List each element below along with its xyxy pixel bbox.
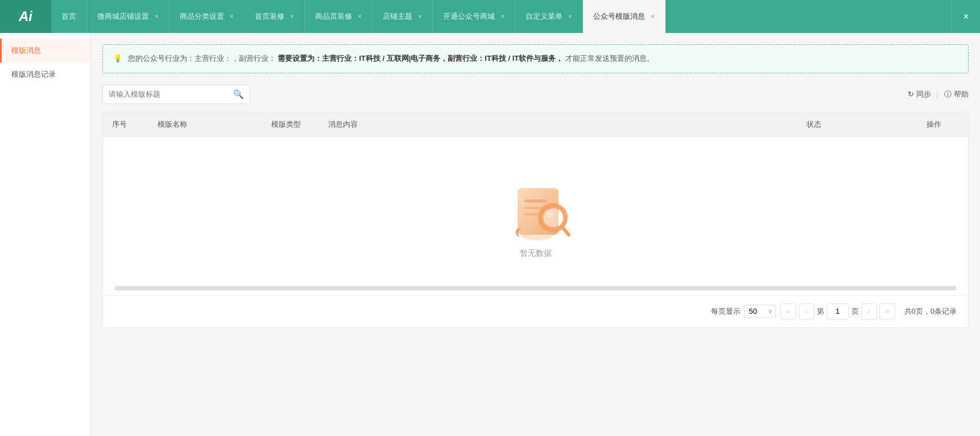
nav-tab-close-icon[interactable]: × (358, 13, 362, 20)
sync-icon: ↻ (908, 90, 914, 98)
content-area: 💡 您的公众号行业为：主营行业：，副营行业： 需要设置为：主营行业：IT科技 /… (91, 33, 980, 436)
svg-line-8 (562, 227, 569, 235)
empty-state: 暂无数据 (103, 137, 968, 281)
col-content: 消息内容 (319, 113, 797, 136)
nav-tab-close-icon[interactable]: × (501, 13, 505, 20)
first-page-button[interactable]: « (780, 304, 796, 319)
nav-tab-label: 开通公众号商城 (443, 11, 495, 22)
search-icon[interactable]: 🔍 (233, 89, 244, 99)
page-suffix: 页 (851, 306, 859, 317)
sidebar: 模版消息模版消息记录 (0, 33, 91, 436)
help-icon: ⓘ (944, 89, 952, 99)
nav-tab-open-wechat-shop[interactable]: 开通公众号商城× (433, 0, 515, 33)
search-bar: 🔍 ↻ 同步 | ⓘ 帮助 (102, 85, 969, 104)
nav-tab-label: 自定义菜单 (526, 11, 563, 22)
nav-tab-homepage-decoration[interactable]: 首页装修× (245, 0, 305, 33)
nav-tab-close-icon[interactable]: × (155, 13, 159, 20)
page-total: 共0页，0条记录 (904, 306, 957, 317)
notice-highlight: 需要设置为：主营行业：IT科技 / 互联网|电子商务，副营行业：IT科技 / I… (278, 54, 563, 63)
scrollbar-row (103, 281, 968, 295)
nav-tab-product-page-decoration[interactable]: 商品页装修× (305, 0, 373, 33)
notice-suffix: 才能正常发送预置的消息。 (565, 54, 654, 63)
col-seq: 序号 (103, 113, 148, 136)
prev-page-button[interactable]: ‹ (799, 304, 814, 319)
svg-point-7 (544, 209, 562, 227)
nav-tab-wechat-shop-settings[interactable]: 微商城店铺设置× (87, 0, 169, 33)
fake-scrollbar[interactable] (114, 286, 957, 290)
sync-button[interactable]: ↻ 同步 (908, 89, 931, 99)
svg-rect-3 (524, 200, 547, 202)
sidebar-item-template-message-record[interactable]: 模版消息记录 (0, 63, 90, 86)
col-action: 操作 (900, 113, 968, 136)
nav-tab-product-category[interactable]: 商品分类设置× (169, 0, 245, 33)
nav-tab-close-icon[interactable]: × (230, 13, 234, 20)
empty-text: 暂无数据 (520, 248, 552, 259)
nav-tab-wechat-template-msg[interactable]: 公众号模版消息× (583, 0, 665, 33)
empty-illustration (502, 171, 570, 239)
nav-tab-label: 公众号模版消息 (593, 11, 645, 22)
nav-tab-label: 首页 (61, 11, 76, 22)
nav-tab-shop-theme[interactable]: 店铺主题× (373, 0, 433, 33)
nav-tab-close-icon[interactable]: × (290, 13, 294, 20)
sidebar-item-template-message[interactable]: 模版消息 (0, 39, 90, 63)
per-page-select: 每页显示 50 10 20 100 (711, 305, 776, 318)
last-page-button[interactable]: » (879, 304, 895, 319)
nav-tab-label: 店铺主题 (383, 11, 412, 22)
app-logo: Ai (0, 0, 51, 33)
close-all-tabs-button[interactable]: × (952, 0, 980, 33)
page-number-input[interactable] (826, 304, 849, 319)
help-label: 帮助 (954, 89, 969, 99)
nav-tab-label: 商品页装修 (315, 11, 352, 22)
per-page-dropdown[interactable]: 50 10 20 100 (744, 305, 776, 318)
top-navigation: Ai 首页微商城店铺设置×商品分类设置×首页装修×商品页装修×店铺主题×开通公众… (0, 0, 980, 33)
per-page-wrap[interactable]: 50 10 20 100 (744, 305, 776, 318)
sync-label: 同步 (916, 89, 931, 99)
table-header: 序号 模版名称 模版类型 消息内容 状态 操作 (103, 113, 968, 137)
col-type: 模版类型 (262, 113, 319, 136)
page-prefix: 第 (817, 306, 824, 317)
nav-tab-close-icon[interactable]: × (418, 13, 422, 20)
next-page-button[interactable]: › (861, 304, 877, 319)
search-input[interactable] (109, 90, 233, 98)
nav-tab-label: 商品分类设置 (180, 11, 224, 22)
actions-divider: | (937, 90, 938, 98)
notice-icon: 💡 (113, 54, 122, 63)
per-page-label: 每页显示 (711, 306, 741, 317)
page-navigation: « ‹ 第 页 › » (780, 304, 895, 319)
nav-tab-label: 微商城店铺设置 (97, 11, 149, 22)
help-button[interactable]: ⓘ 帮助 (944, 89, 969, 99)
nav-tab-home[interactable]: 首页 (51, 0, 87, 33)
notice-prefix: 您的公众号行业为：主营行业：，副营行业： (128, 54, 276, 63)
nav-tab-close-icon[interactable]: × (568, 13, 572, 20)
svg-point-9 (546, 211, 553, 218)
notice-box: 💡 您的公众号行业为：主营行业：，副营行业： 需要设置为：主营行业：IT科技 /… (102, 44, 969, 73)
col-status: 状态 (797, 113, 900, 136)
template-table: 序号 模版名称 模版类型 消息内容 状态 操作 (102, 112, 969, 328)
search-actions: ↻ 同步 | ⓘ 帮助 (908, 89, 969, 99)
search-input-wrap[interactable]: 🔍 (102, 85, 250, 104)
col-name: 模版名称 (148, 113, 262, 136)
main-layout: 模版消息模版消息记录 💡 您的公众号行业为：主营行业：，副营行业： 需要设置为：… (0, 33, 980, 436)
pagination: 每页显示 50 10 20 100 « ‹ 第 页 (103, 295, 968, 327)
nav-tab-custom-menu[interactable]: 自定义菜单× (515, 0, 583, 33)
nav-tab-close-icon[interactable]: × (651, 13, 655, 20)
nav-tab-label: 首页装修 (255, 11, 284, 22)
nav-tabs-container: 首页微商城店铺设置×商品分类设置×首页装修×商品页装修×店铺主题×开通公众号商城… (51, 0, 952, 33)
